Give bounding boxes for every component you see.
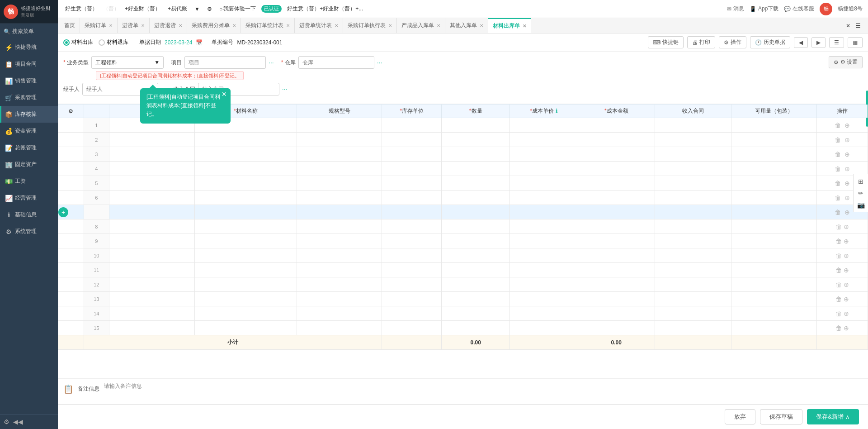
copy-row-10-btn[interactable]: ⊕ (843, 252, 850, 259)
td-income-4[interactable] (655, 162, 731, 176)
delete-row-12-btn[interactable]: 🗑 (835, 281, 843, 288)
td-costamt-2[interactable] (578, 133, 655, 147)
tab-in-stat[interactable]: 进货单统计表 ✕ (295, 18, 343, 33)
delete-row-10-btn[interactable]: 🗑 (835, 252, 843, 259)
delete-row-4-btn[interactable]: 🗑 (834, 165, 842, 172)
td-avail-4[interactable] (731, 162, 817, 176)
td-spec-3[interactable] (297, 147, 382, 162)
td-material-7[interactable] (194, 205, 297, 219)
online-service-btn[interactable]: 💬 在线客服 (784, 5, 814, 13)
td-avail-7[interactable] (731, 205, 817, 219)
copy-row-4-btn[interactable]: ⊕ (844, 165, 851, 172)
tab-close-icon[interactable]: ✕ (109, 23, 113, 28)
single-date-value[interactable]: 2023-03-24 (165, 39, 192, 46)
settings-btn[interactable]: ⚙ ⚙ 设置 (829, 56, 863, 68)
right-panel-icon-3[interactable]: 📷 (855, 200, 866, 210)
nav-left-btn[interactable]: ◀ (794, 37, 808, 48)
td-spec-4[interactable] (297, 162, 382, 176)
tab-close-active-icon[interactable]: ✕ (523, 24, 526, 29)
radio-material-return[interactable]: 材料退库 (99, 38, 128, 46)
td-avail-5[interactable] (731, 176, 817, 191)
delete-row-9-btn[interactable]: 🗑 (835, 238, 843, 245)
copy-row-3-btn[interactable]: ⊕ (844, 151, 851, 158)
topbar-haoshengyi[interactable]: 好生意（普） (63, 5, 99, 13)
td-material-4[interactable] (194, 162, 297, 176)
tab-purchase-exec[interactable]: 采购订单执行表 ✕ (343, 18, 397, 33)
td-income-6[interactable] (655, 191, 731, 205)
tab-purchase-in[interactable]: 进货单 ✕ (118, 18, 150, 33)
td-cost-2[interactable] (510, 133, 578, 147)
delete-row-2-btn[interactable]: 🗑 (834, 136, 842, 143)
td-unit-7[interactable] (382, 205, 442, 219)
delete-row-3-btn[interactable]: 🗑 (834, 151, 842, 158)
copy-row-6-btn[interactable]: ⊕ (844, 194, 851, 201)
topbar-more-arrow[interactable]: ▼ (193, 6, 202, 12)
calendar-icon[interactable]: 📅 (196, 39, 203, 46)
td-unit-3[interactable] (382, 147, 442, 162)
operation-btn[interactable]: ⚙ 操作 (719, 36, 746, 48)
sidebar-item-salary[interactable]: 💵 工资 (0, 173, 58, 190)
copy-row-12-btn[interactable]: ⊕ (843, 281, 850, 288)
td-avail-1[interactable] (731, 118, 817, 133)
tab-close-icon[interactable]: ✕ (232, 23, 236, 28)
sidebar-item-ledger[interactable]: 📝 总账管理 (0, 139, 58, 156)
delete-row-7-btn[interactable]: 🗑 (834, 209, 842, 216)
th-gear[interactable]: ⚙ (58, 105, 84, 118)
sidebar-item-inventory[interactable]: 📦 库存核算 (0, 106, 58, 123)
td-cost-6[interactable] (510, 191, 578, 205)
tab-purchase-fee[interactable]: 采购费用分摊单 ✕ (187, 18, 241, 33)
td-costamt-3[interactable] (578, 147, 655, 162)
sidebar-item-assets[interactable]: 🏢 固定资产 (0, 156, 58, 173)
right-panel-icon-1[interactable]: ⊞ (855, 176, 866, 187)
user-name[interactable]: 畅捷通8号 (838, 5, 863, 13)
td-costamt-4[interactable] (578, 162, 655, 176)
warehouse-dots-btn[interactable]: ··· (377, 59, 382, 66)
close-tab-btn[interactable]: ✕ (844, 23, 852, 29)
sidebar-item-system[interactable]: ⚙ 系统管理 (0, 223, 58, 240)
add-row-btn[interactable]: + (58, 207, 68, 217)
sidebar-item-sales[interactable]: 📊 销售管理 (0, 72, 58, 89)
td-avail-6[interactable] (731, 191, 817, 205)
td-project-4[interactable] (109, 162, 195, 176)
business-type-select[interactable]: 工程领料 ▼ (91, 56, 164, 69)
td-income-5[interactable] (655, 176, 731, 191)
td-cost-5[interactable] (510, 176, 578, 191)
save-new-btn[interactable]: 保存&新增 ∧ (807, 409, 859, 424)
tab-close-icon[interactable]: ✕ (335, 23, 338, 28)
tab-home[interactable]: 首页 (60, 18, 80, 33)
tab-close-icon[interactable]: ✕ (480, 23, 483, 28)
message-btn[interactable]: ✉ 消息 (727, 5, 744, 13)
tab-close-icon[interactable]: ✕ (437, 23, 440, 28)
copy-row-9-btn[interactable]: ⊕ (843, 238, 850, 245)
topbar-more-info[interactable]: 好生意（普）+好业财（普）+... (285, 5, 365, 13)
td-avail-3[interactable] (731, 147, 817, 162)
sidebar-item-basic-info[interactable]: ℹ 基础信息 (0, 206, 58, 223)
copy-row-14-btn[interactable]: ⊕ (843, 310, 850, 317)
td-costamt-1[interactable] (578, 118, 655, 133)
td-cost-1[interactable] (510, 118, 578, 133)
copy-row-13-btn[interactable]: ⊕ (843, 296, 850, 303)
td-qty-7[interactable] (442, 205, 510, 219)
td-project-5[interactable] (109, 176, 195, 191)
topbar-haoyecai[interactable]: +好业财（普） (123, 5, 162, 13)
td-avail-2[interactable] (731, 133, 817, 147)
sidebar-item-operations[interactable]: 📈 经营管理 (0, 190, 58, 206)
draft-btn[interactable]: 保存草稿 (760, 409, 802, 424)
td-project-3[interactable] (109, 147, 195, 162)
app-download-btn[interactable]: 📱 App下载 (750, 5, 778, 13)
tab-close-icon[interactable]: ✕ (286, 23, 290, 28)
copy-row-7-btn[interactable]: ⊕ (844, 209, 851, 216)
tab-other-in[interactable]: 其他入库单 ✕ (445, 18, 488, 33)
right-panel-icon-2[interactable]: ✏ (855, 188, 866, 199)
tab-more-btn[interactable]: ☰ (854, 23, 863, 29)
tab-product-in[interactable]: 产成品入库单 ✕ (397, 18, 445, 33)
td-cost-4[interactable] (510, 162, 578, 176)
nav-right-btn[interactable]: ▶ (811, 37, 826, 48)
project-dots-btn[interactable]: ··· (269, 59, 274, 66)
sidebar-item-quick-nav[interactable]: ⚡ 快捷导航 (0, 39, 58, 56)
warehouse-input[interactable] (298, 56, 374, 69)
td-costamt-6[interactable] (578, 191, 655, 205)
tooltip-close-btn[interactable]: ✕ (222, 91, 227, 97)
sidebar-item-project[interactable]: 📋 项目合同 (0, 56, 58, 72)
topbar-settings-icon[interactable]: ⚙ (205, 6, 214, 12)
